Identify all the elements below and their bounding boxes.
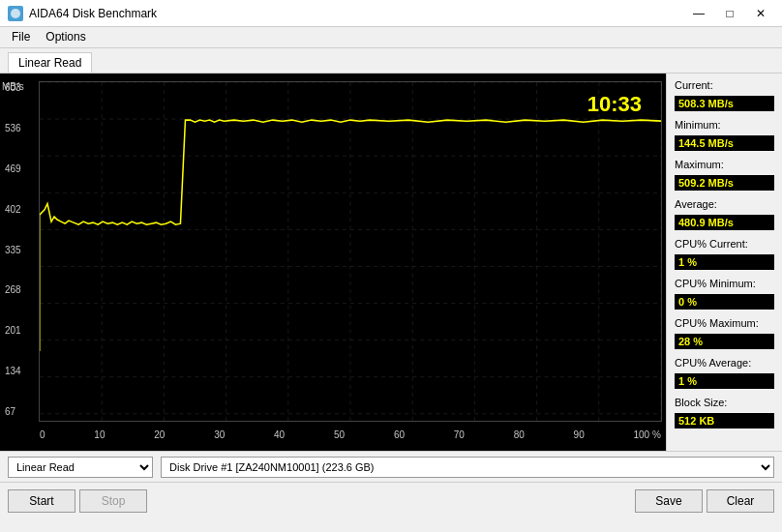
block-size-value: 512 KB [675, 413, 774, 429]
maximum-value: 509.2 MB/s [675, 175, 774, 191]
x-tick-30: 30 [214, 429, 225, 440]
current-value: 508.3 MB/s [675, 96, 774, 111]
bottom-controls: Linear Read Disk Drive #1 [ZA240NM10001]… [0, 451, 782, 482]
cpu-maximum-label: CPU% Maximum: [675, 317, 774, 329]
y-tick-201: 201 [5, 325, 21, 336]
btn-group-left: Start Stop [8, 489, 147, 513]
cpu-average-value: 1 % [675, 373, 774, 389]
cpu-average-label: CPU% Average: [675, 357, 774, 369]
menu-bar: File Options [0, 27, 782, 48]
y-tick-268: 268 [5, 284, 21, 295]
start-button[interactable]: Start [8, 489, 75, 513]
cpu-current-value: 1 % [675, 254, 774, 270]
y-tick-603: 603 [5, 82, 21, 93]
tabs-bar: Linear Read [0, 48, 782, 74]
btn-group-right: Save Clear [635, 489, 774, 513]
title-bar: AIDA64 Disk Benchmark — □ ✕ [0, 0, 782, 27]
window-title: AIDA64 Disk Benchmark [29, 7, 157, 20]
stop-button[interactable]: Stop [79, 489, 147, 513]
close-button[interactable]: ✕ [747, 4, 774, 23]
cpu-minimum-label: CPU% Minimum: [675, 278, 774, 289]
current-label: Current: [675, 79, 774, 91]
app-icon [8, 6, 23, 21]
x-tick-0: 0 [40, 429, 45, 440]
clear-button[interactable]: Clear [707, 489, 774, 513]
y-tick-402: 402 [5, 204, 21, 215]
drive-dropdown[interactable]: Disk Drive #1 [ZA240NM10001] (223.6 GB) [161, 457, 774, 478]
bottom-buttons: Start Stop Save Clear [0, 482, 782, 518]
cpu-current-label: CPU% Current: [675, 238, 774, 250]
cpu-minimum-value: 0 % [675, 294, 774, 310]
save-button[interactable]: Save [635, 489, 703, 513]
minimum-value: 144.5 MB/s [675, 135, 774, 151]
block-size-label: Block Size: [675, 397, 774, 408]
x-tick-90: 90 [574, 429, 585, 440]
svg-point-0 [11, 9, 20, 18]
maximize-button[interactable]: □ [716, 4, 743, 23]
average-label: Average: [675, 198, 774, 210]
main-content: MB/s 10:33 [0, 74, 782, 451]
x-tick-20: 20 [154, 429, 165, 440]
chart-svg [40, 82, 661, 421]
average-value: 480.9 MB/s [675, 215, 774, 230]
time-display: 10:33 [587, 92, 642, 117]
x-tick-40: 40 [274, 429, 285, 440]
chart-area: MB/s 10:33 [0, 74, 666, 451]
test-type-dropdown[interactable]: Linear Read [8, 457, 153, 478]
x-tick-80: 80 [514, 429, 525, 440]
cpu-maximum-value: 28 % [675, 334, 774, 349]
minimum-label: Minimum: [675, 119, 774, 131]
maximum-label: Maximum: [675, 159, 774, 170]
x-tick-70: 70 [454, 429, 465, 440]
chart-inner: 10:33 [39, 81, 662, 422]
y-tick-536: 536 [5, 123, 21, 133]
y-tick-335: 335 [5, 245, 21, 255]
y-tick-67: 67 [5, 406, 21, 417]
x-tick-100: 100 % [634, 429, 661, 440]
tab-linear-read[interactable]: Linear Read [8, 52, 92, 73]
title-bar-controls: — □ ✕ [685, 4, 774, 23]
x-tick-10: 10 [94, 429, 105, 440]
minimize-button[interactable]: — [685, 4, 712, 23]
sidebar: Current: 508.3 MB/s Minimum: 144.5 MB/s … [666, 74, 782, 451]
menu-options[interactable]: Options [38, 29, 93, 45]
y-tick-469: 469 [5, 163, 21, 174]
x-tick-50: 50 [334, 429, 345, 440]
menu-file[interactable]: File [4, 29, 38, 45]
x-tick-60: 60 [394, 429, 405, 440]
title-bar-left: AIDA64 Disk Benchmark [8, 6, 157, 21]
y-tick-134: 134 [5, 366, 21, 376]
